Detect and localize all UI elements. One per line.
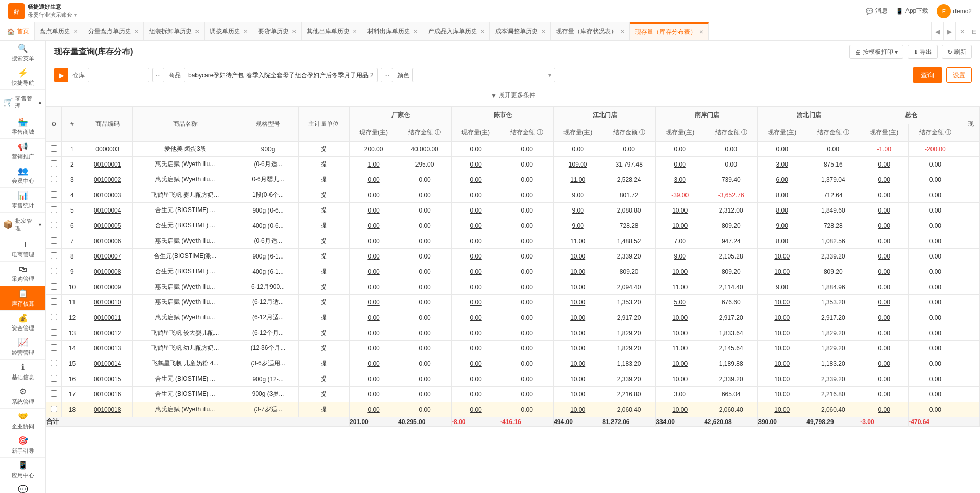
cell-checkbox[interactable] bbox=[46, 233, 62, 249]
cell-t-stock[interactable]: 0.00 bbox=[860, 325, 909, 341]
print-btn[interactable]: 🖨 按模板打印 ▾ bbox=[849, 45, 903, 59]
user-area[interactable]: E demo2 bbox=[937, 4, 972, 18]
cell-checkbox[interactable] bbox=[46, 249, 62, 264]
sidebar-item-marketing[interactable]: 📢 营销推广 bbox=[0, 139, 45, 163]
cell-yb-stock[interactable]: 10.00 bbox=[758, 341, 806, 356]
sidebar-item-retail-mgmt[interactable]: 🛒 零售管理 ▲ bbox=[0, 90, 45, 114]
cell-na-stock[interactable]: 10.00 bbox=[656, 218, 704, 233]
tab-partial-count[interactable]: 分量盘点单历史 ✕ bbox=[83, 22, 144, 41]
cell-jb-stock[interactable]: 11.00 bbox=[554, 233, 602, 249]
cell-checkbox[interactable] bbox=[46, 157, 62, 172]
cell-t-stock[interactable]: 0.00 bbox=[860, 310, 909, 325]
cell-na-stock[interactable]: 10.00 bbox=[656, 356, 704, 371]
cell-jb-stock[interactable]: 9.00 bbox=[554, 187, 602, 203]
cell-f-stock[interactable]: 0.00 bbox=[350, 387, 398, 402]
subtitle-dropdown[interactable]: 母婴行业演示账套 ▾ bbox=[28, 11, 77, 19]
cell-c-stock[interactable]: 0.00 bbox=[452, 157, 500, 172]
tab-stock-dist[interactable]: 现存量（库存分布表） ✕ bbox=[630, 22, 709, 41]
tab-product-in[interactable]: 产成品入库单历史 ✕ bbox=[423, 22, 490, 41]
sidebar-item-newbie[interactable]: 🎯 新手引导 bbox=[0, 433, 45, 458]
cell-checkbox[interactable] bbox=[46, 371, 62, 387]
cell-f-stock[interactable]: 0.00 bbox=[350, 371, 398, 387]
cell-yb-stock[interactable]: 10.00 bbox=[758, 387, 806, 402]
cell-jb-stock[interactable]: 10.00 bbox=[554, 264, 602, 279]
cell-yb-stock[interactable]: 0.00 bbox=[758, 142, 806, 157]
cell-f-stock[interactable]: 0.00 bbox=[350, 264, 398, 279]
cell-t-stock[interactable]: 0.00 bbox=[860, 341, 909, 356]
close-icon-10[interactable]: ✕ bbox=[620, 29, 624, 34]
cell-yb-stock[interactable]: 10.00 bbox=[758, 356, 806, 371]
cell-checkbox[interactable] bbox=[46, 356, 62, 371]
sidebar-item-wechat[interactable]: 💬 企业微信 bbox=[0, 482, 45, 493]
cell-checkbox[interactable] bbox=[46, 387, 62, 402]
cell-na-stock[interactable]: 10.00 bbox=[656, 310, 704, 325]
cell-f-stock[interactable]: 0.00 bbox=[350, 341, 398, 356]
cell-t-stock[interactable]: 0.00 bbox=[860, 249, 909, 264]
cell-t-stock[interactable]: 0.00 bbox=[860, 279, 909, 295]
cell-code[interactable]: 00100004 bbox=[83, 203, 132, 218]
cell-t-stock[interactable]: 0.00 bbox=[860, 264, 909, 279]
sidebar-item-quicknav[interactable]: ⚡ 快捷导航 bbox=[0, 65, 45, 90]
cell-yb-stock[interactable]: 10.00 bbox=[758, 295, 806, 310]
cell-t-stock[interactable]: 0.00 bbox=[860, 402, 909, 417]
close-icon-3[interactable]: ✕ bbox=[195, 29, 199, 34]
cell-t-stock[interactable]: 0.00 bbox=[860, 157, 909, 172]
cell-f-stock[interactable]: 0.00 bbox=[350, 356, 398, 371]
cell-yb-stock[interactable]: 10.00 bbox=[758, 371, 806, 387]
cell-code[interactable]: 00100008 bbox=[83, 264, 132, 279]
cell-yb-stock[interactable]: 10.00 bbox=[758, 402, 806, 417]
cell-f-stock[interactable]: 0.00 bbox=[350, 187, 398, 203]
cell-code[interactable]: 00100009 bbox=[83, 279, 132, 295]
cell-code[interactable]: 00100001 bbox=[83, 157, 132, 172]
cell-code[interactable]: 00100014 bbox=[83, 356, 132, 371]
cell-t-stock[interactable]: 0.00 bbox=[860, 233, 909, 249]
cell-na-stock[interactable]: -39.00 bbox=[656, 187, 704, 203]
close-icon-5[interactable]: ✕ bbox=[292, 29, 296, 34]
cell-jb-stock[interactable]: 10.00 bbox=[554, 387, 602, 402]
cell-code[interactable]: 00100013 bbox=[83, 341, 132, 356]
cell-checkbox[interactable] bbox=[46, 142, 62, 157]
cell-f-stock[interactable]: 1.00 bbox=[350, 157, 398, 172]
cell-na-stock[interactable]: 10.00 bbox=[656, 402, 704, 417]
cell-na-stock[interactable]: 11.00 bbox=[656, 279, 704, 295]
cell-yb-stock[interactable]: 8.00 bbox=[758, 187, 806, 203]
cell-na-stock[interactable]: 0.00 bbox=[656, 157, 704, 172]
settings-btn[interactable]: 设置 bbox=[946, 67, 972, 83]
tab-stock-status[interactable]: 现存量（库存状况表） ✕ bbox=[551, 22, 630, 41]
cell-c-stock[interactable]: 0.00 bbox=[452, 387, 500, 402]
close-icon-4[interactable]: ✕ bbox=[243, 29, 248, 34]
cell-jb-stock[interactable]: 9.00 bbox=[554, 203, 602, 218]
sidebar-item-business[interactable]: 📈 经营管理 bbox=[0, 335, 45, 360]
cell-jb-stock[interactable]: 11.00 bbox=[554, 172, 602, 187]
cell-f-stock[interactable]: 0.00 bbox=[350, 172, 398, 187]
cell-jb-stock[interactable]: 10.00 bbox=[554, 325, 602, 341]
expand-conditions-btn[interactable]: ▼ 展开更多条件 bbox=[491, 89, 535, 102]
query-btn[interactable]: 查询 bbox=[913, 67, 942, 83]
cell-jb-stock[interactable]: 10.00 bbox=[554, 310, 602, 325]
warehouse-dots-btn[interactable]: ··· bbox=[152, 68, 164, 82]
sidebar-item-search[interactable]: 🔍 搜索英单 bbox=[0, 41, 45, 65]
cell-c-stock[interactable]: 0.00 bbox=[452, 371, 500, 387]
cell-c-stock[interactable]: 0.00 bbox=[452, 356, 500, 371]
nav-menu-btn[interactable]: ⊟ bbox=[968, 22, 980, 41]
sidebar-item-collab[interactable]: 🤝 企业协同 bbox=[0, 409, 45, 433]
close-icon-11[interactable]: ✕ bbox=[699, 29, 703, 35]
cell-code[interactable]: 00100002 bbox=[83, 172, 132, 187]
sidebar-item-apps[interactable]: 📱 应用中心 bbox=[0, 458, 45, 482]
cell-jb-stock[interactable]: 10.00 bbox=[554, 295, 602, 310]
cell-na-stock[interactable]: 7.00 bbox=[656, 233, 704, 249]
cell-c-stock[interactable]: 0.00 bbox=[452, 279, 500, 295]
cell-checkbox[interactable] bbox=[46, 310, 62, 325]
color-input[interactable] bbox=[412, 68, 555, 82]
cell-jb-stock[interactable]: 0.00 bbox=[554, 142, 602, 157]
cell-c-stock[interactable]: 0.00 bbox=[452, 233, 500, 249]
cell-c-stock[interactable]: 0.00 bbox=[452, 264, 500, 279]
cell-t-stock[interactable]: 0.00 bbox=[860, 203, 909, 218]
cell-code[interactable]: 00100010 bbox=[83, 295, 132, 310]
tab-home[interactable]: 🏠 首页 bbox=[2, 22, 35, 41]
close-icon-6[interactable]: ✕ bbox=[353, 29, 357, 34]
cell-na-stock[interactable]: 9.00 bbox=[656, 249, 704, 264]
sidebar-item-basics[interactable]: ℹ 基础信息 bbox=[0, 360, 45, 384]
cell-t-stock[interactable]: 0.00 bbox=[860, 371, 909, 387]
cell-f-stock[interactable]: 0.00 bbox=[350, 203, 398, 218]
